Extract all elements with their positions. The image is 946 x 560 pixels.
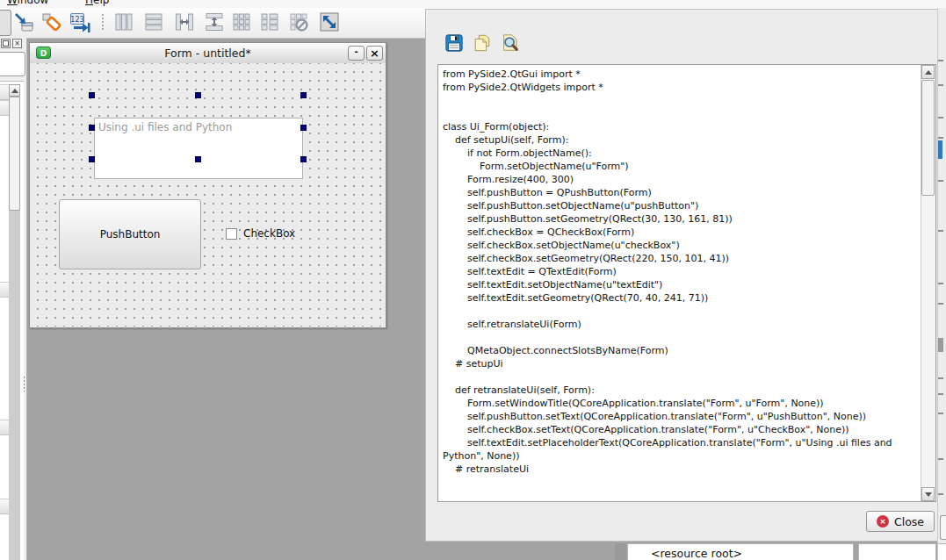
layout-vertical-icon[interactable] [141, 10, 166, 34]
checkbox-indicator[interactable] [226, 228, 237, 240]
selection-handle[interactable] [89, 125, 95, 131]
pushbutton-label: PushButton [100, 228, 161, 241]
menu-help[interactable]: Help [85, 0, 109, 6]
checkbox-label: CheckBox [243, 227, 295, 240]
selection-handle[interactable] [89, 92, 95, 98]
close-x-icon: × [877, 515, 889, 528]
code-scrollbar-thumb[interactable] [921, 80, 935, 196]
edit-widgets-icon[interactable] [0, 10, 11, 36]
dock-float-icon[interactable] [1, 39, 11, 48]
rows-glyph [143, 11, 164, 32]
property-editor-edge [937, 8, 946, 560]
textedit-placeholder: Using .ui files and Python [95, 118, 302, 136]
row-edge [938, 180, 943, 182]
code-view[interactable]: from PySide2.QtGui import * from PySide2… [437, 64, 936, 502]
form-titlebar[interactable]: D Form - untitled* - × [30, 43, 386, 64]
grid-glyph [231, 11, 252, 32]
layout-horizontal-splitter-icon[interactable] [172, 10, 197, 34]
code-scrollbar[interactable] [921, 65, 935, 501]
code-preview-dialog: from PySide2.QtGui import * from PySide2… [425, 9, 938, 542]
row-edge [938, 493, 943, 495]
designer-form-window: D Form - untitled* - × Using .ui files a… [29, 42, 386, 328]
layout-grid-icon[interactable] [229, 10, 254, 34]
row-edge [938, 137, 943, 139]
edit-signals-slots-icon[interactable] [11, 10, 36, 34]
clipped-button-edge [940, 515, 946, 540]
adjust-size-icon[interactable] [317, 10, 342, 34]
menubar: Window Help [0, 0, 946, 8]
dock-scrollbar-thumb[interactable] [9, 97, 20, 211]
layout-horizontal-icon[interactable] [112, 10, 136, 34]
edit-tab-order-icon[interactable]: 123 [68, 10, 92, 34]
row-edge [938, 413, 943, 414]
dock-resize-grip[interactable] [23, 376, 25, 391]
menu-window[interactable]: Window [7, 0, 48, 6]
form-close-button[interactable]: × [366, 46, 383, 61]
v-splitter-glyph [204, 11, 225, 32]
selection-handle[interactable] [195, 92, 201, 98]
form-canvas[interactable]: Using .ui files and Python PushButton Ch… [30, 63, 386, 327]
resource-preview-panel [858, 543, 936, 560]
close-button-label: Close [894, 515, 924, 528]
code-scroll-down-icon[interactable] [921, 487, 935, 501]
code-scroll-up-icon[interactable] [921, 65, 935, 79]
save-icon[interactable] [444, 33, 464, 53]
resource-browser-panel[interactable]: <resource root> [627, 543, 854, 560]
down-arrow-glyph [925, 492, 932, 497]
checkbox-widget[interactable]: CheckBox [226, 227, 295, 240]
form-minimize-button[interactable]: - [348, 46, 365, 61]
selection-handle[interactable] [89, 156, 95, 162]
edit-buddies-icon[interactable] [40, 10, 64, 34]
clipped-panel-edge [938, 543, 946, 560]
up-arrow-glyph [11, 89, 18, 93]
float-glyph [3, 40, 9, 47]
pushbutton-widget[interactable]: PushButton [59, 199, 201, 269]
selected-row-edge [938, 140, 942, 159]
columns-glyph [113, 11, 134, 32]
row-edge [938, 377, 943, 379]
selection-handle[interactable] [300, 125, 307, 131]
form-layout-glyph [259, 11, 280, 32]
row-edge [938, 230, 943, 232]
widget-box-list[interactable] [0, 81, 24, 560]
textedit-widget[interactable]: Using .ui files and Python [94, 118, 303, 179]
magnifier-glyph [501, 33, 520, 53]
selection-handle[interactable] [195, 156, 201, 162]
dock-splitter-handle[interactable] [615, 543, 626, 560]
svg-text:123: 123 [70, 16, 83, 24]
row-edge [938, 283, 943, 284]
row-edge [938, 393, 943, 395]
buddy-tag-glyph [41, 11, 62, 32]
widget-filter-input[interactable] [0, 52, 25, 76]
dock-close-icon[interactable]: × [12, 39, 22, 48]
scroll-thumb-edge [938, 338, 943, 352]
row-edge [938, 117, 943, 118]
layout-vertical-splitter-icon[interactable] [202, 10, 227, 34]
break-layout-icon[interactable] [286, 10, 311, 34]
up-arrow-glyph [925, 70, 932, 75]
break-layout-glyph [288, 11, 309, 32]
dock-scroll-up-icon[interactable] [9, 84, 20, 97]
resource-root-item[interactable]: <resource root> [628, 544, 853, 560]
tab-order-glyph: 123 [69, 11, 90, 32]
find-icon[interactable] [501, 33, 520, 53]
h-splitter-glyph [174, 11, 195, 32]
selection-handle[interactable] [300, 92, 307, 98]
code-text[interactable]: from PySide2.QtGui import * from PySide2… [438, 65, 921, 501]
form-window-title: Form - untitled* [30, 47, 386, 60]
selection-handle[interactable] [300, 156, 307, 162]
row-edge [938, 303, 943, 305]
copy-icon[interactable] [473, 33, 492, 53]
widget-box-dock: × [0, 38, 27, 560]
signal-slot-glyph [13, 11, 34, 32]
toolbar-separator [102, 13, 104, 31]
adjust-size-glyph [319, 11, 340, 32]
row-edge [938, 458, 943, 460]
row-edge [938, 60, 943, 61]
layout-form-icon[interactable] [257, 10, 282, 34]
row-edge [938, 84, 943, 86]
copy-pages-glyph [473, 33, 492, 53]
floppy-glyph [444, 33, 464, 53]
close-button[interactable]: × Close [866, 511, 935, 532]
